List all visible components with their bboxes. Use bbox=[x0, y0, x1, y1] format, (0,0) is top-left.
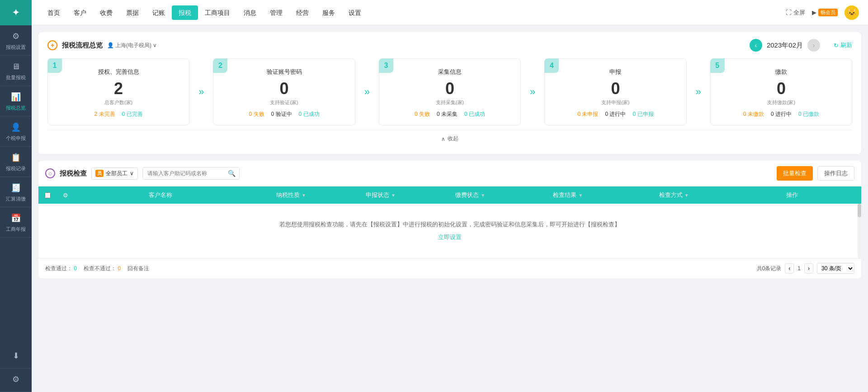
check-title-icon: ○ bbox=[45, 168, 55, 178]
refresh-btn[interactable]: ↻ 刷新 bbox=[834, 41, 852, 49]
th-checkbox[interactable] bbox=[38, 186, 57, 204]
th-check-method[interactable]: 检查方式 ▼ bbox=[621, 186, 727, 204]
step-subtitle-4: 支持申报(家) bbox=[552, 99, 679, 106]
prev-page-btn[interactable]: ‹ bbox=[785, 263, 794, 273]
sidebar-item-gongshang[interactable]: 📅 工商年报 bbox=[0, 207, 32, 238]
check-pass-label: 检查通过： 0 bbox=[45, 265, 77, 272]
select-all-checkbox[interactable] bbox=[45, 192, 51, 198]
nav-invoice[interactable]: 票据 bbox=[119, 0, 146, 25]
search-input[interactable] bbox=[143, 168, 224, 179]
step-title-1: 授权、完善信息 bbox=[55, 68, 182, 76]
nav-manage[interactable]: 管理 bbox=[263, 0, 289, 25]
search-wrap: 🔍 bbox=[142, 167, 240, 180]
th-tax-type[interactable]: 纳税性质 ▼ bbox=[246, 186, 336, 204]
month-nav: ‹ 2023年02月 › bbox=[750, 39, 820, 52]
vip-btn[interactable]: ▶ 畅会员 bbox=[812, 9, 838, 16]
fullscreen-icon: ⛶ bbox=[786, 9, 792, 16]
th-pay-status[interactable]: 缴费状态 ▼ bbox=[425, 186, 515, 204]
step-subtitle-3: 支持采集(家) bbox=[386, 99, 514, 106]
nav-operation[interactable]: 经营 bbox=[289, 0, 316, 25]
overview-icon: 📊 bbox=[9, 91, 22, 103]
top-nav: 首页 客户 收费 票据 记账 报税 工商项目 消息 管理 经营 服务 设置 ⛶ … bbox=[32, 0, 868, 25]
step-arrow-4: » bbox=[693, 58, 703, 125]
sidebar-item-piliang[interactable]: 🖥 批量报税 bbox=[0, 56, 32, 86]
step4-stat-fail[interactable]: 0 未申报 bbox=[577, 110, 598, 118]
step3-stat-success[interactable]: 0 已成功 bbox=[464, 110, 485, 118]
sidebar-item-jilu[interactable]: 📋 报税记录 bbox=[0, 147, 32, 177]
fullscreen-btn[interactable]: ⛶ 全屏 bbox=[786, 9, 805, 17]
nav-message[interactable]: 消息 bbox=[237, 0, 263, 25]
step-count-4: 0 bbox=[552, 81, 679, 97]
search-button[interactable]: 🔍 bbox=[224, 167, 239, 179]
process-location[interactable]: 👤 上海(电子税局) ∨ bbox=[107, 42, 157, 49]
prev-month-btn[interactable]: ‹ bbox=[750, 39, 762, 52]
th-declare-status[interactable]: 申报状态 ▼ bbox=[336, 186, 425, 204]
step2-stat-neutral[interactable]: 0 验证中 bbox=[271, 110, 292, 118]
sidebar-item-download[interactable]: ⬇ bbox=[0, 345, 32, 368]
step2-stat-success[interactable]: 0 已成功 bbox=[299, 110, 320, 118]
check-pass-value[interactable]: 0 bbox=[74, 265, 77, 272]
app-logo: ✦ bbox=[0, 0, 32, 25]
batch-icon: 🖥 bbox=[9, 60, 22, 73]
step1-stat-success[interactable]: 0 已完善 bbox=[122, 110, 143, 118]
step5-stat-success[interactable]: 0 已缴款 bbox=[798, 110, 819, 118]
sidebar-item-settings-bottom[interactable]: ⚙ bbox=[0, 368, 32, 392]
operation-log-button[interactable]: 操作日志 bbox=[817, 166, 854, 181]
collapse-btn[interactable]: ∧ 收起 bbox=[441, 135, 458, 143]
nav-service[interactable]: 服务 bbox=[316, 0, 342, 25]
nav-accounting[interactable]: 记账 bbox=[146, 0, 172, 25]
th-check-result[interactable]: 检查结果 ▼ bbox=[515, 186, 621, 204]
step4-stat-success[interactable]: 0 已申报 bbox=[632, 110, 653, 118]
step4-stat-neutral[interactable]: 0 进行中 bbox=[605, 110, 626, 118]
next-month-btn[interactable]: › bbox=[807, 39, 820, 52]
employee-icon: 员 bbox=[95, 170, 104, 177]
sidebar-item-huisuan[interactable]: 🧾 汇算清缴 bbox=[0, 177, 32, 207]
month-label: 2023年02月 bbox=[767, 41, 803, 50]
process-title: 报税流程总览 bbox=[62, 41, 103, 50]
th-gear[interactable]: ⚙ bbox=[57, 186, 75, 204]
tax-check-card: ○ 报税检查 员 全部员工 ∨ 🔍 批量检查 操作日志 bbox=[38, 161, 861, 278]
empty-message: 若您想使用报税检查功能，请先在【报税设置】中进行报税的初始化设置，完成密码验证和… bbox=[279, 220, 620, 229]
step-title-3: 采集信息 bbox=[386, 68, 514, 76]
nav-tax[interactable]: 报税 bbox=[172, 5, 198, 20]
step3-stat-neutral[interactable]: 0 未采集 bbox=[437, 110, 458, 118]
step1-stat-fail[interactable]: 2 未完善 bbox=[94, 110, 115, 118]
setup-link[interactable]: 立即设置 bbox=[438, 233, 462, 241]
step-count-2: 0 bbox=[220, 81, 348, 97]
nav-fees[interactable]: 收费 bbox=[93, 0, 119, 25]
check-title: 报税检查 bbox=[60, 169, 87, 178]
avatar[interactable]: 🐱 bbox=[844, 5, 859, 20]
sidebar-item-geshuishenbao[interactable]: 👤 个税申报 bbox=[0, 116, 32, 147]
check-header: ○ 报税检查 员 全部员工 ∨ 🔍 批量检查 操作日志 bbox=[38, 161, 861, 186]
location-icon: 👤 bbox=[107, 42, 114, 48]
next-page-btn[interactable]: › bbox=[804, 263, 813, 273]
step5-stat-fail[interactable]: 0 未缴款 bbox=[743, 110, 764, 118]
step-number-3: 3 bbox=[379, 58, 393, 73]
th-action: 操作 bbox=[727, 186, 858, 204]
download-icon: ⬇ bbox=[9, 349, 22, 362]
step-card-1: 1 授权、完善信息 2 总客户数(家) 2 未完善 0 已完善 bbox=[47, 58, 189, 125]
step3-stat-fail[interactable]: 0 失败 bbox=[415, 110, 430, 118]
check-fail-value[interactable]: 0 bbox=[118, 265, 121, 272]
employee-filter[interactable]: 员 全部员工 ∨ bbox=[91, 167, 138, 180]
nav-right: ⛶ 全屏 ▶ 畅会员 🐱 bbox=[786, 5, 859, 20]
nav-settings[interactable]: 设置 bbox=[342, 0, 368, 25]
step-stats-3: 0 失败 0 未采集 0 已成功 bbox=[386, 110, 514, 118]
step-arrow-1: » bbox=[196, 58, 206, 125]
nav-industrial[interactable]: 工商项目 bbox=[198, 0, 237, 25]
step-number-1: 1 bbox=[47, 58, 62, 73]
step-title-2: 验证账号密码 bbox=[220, 68, 348, 76]
nav-customer[interactable]: 客户 bbox=[67, 0, 93, 25]
scroll-thumb[interactable] bbox=[858, 204, 861, 217]
scrollbar[interactable] bbox=[858, 204, 861, 258]
nav-home[interactable]: 首页 bbox=[41, 0, 67, 25]
step-subtitle-1: 总客户数(家) bbox=[55, 99, 182, 106]
step2-stat-fail[interactable]: 0 失败 bbox=[249, 110, 264, 118]
process-header: + 报税流程总览 👤 上海(电子税局) ∨ ‹ 2023年02月 › ↻ 刷新 bbox=[47, 39, 852, 52]
total-records: 共0条记录 bbox=[757, 265, 782, 272]
sidebar-item-zonlan[interactable]: 📊 报税总览 bbox=[0, 86, 32, 116]
batch-check-button[interactable]: 批量检查 bbox=[777, 166, 813, 181]
per-page-select[interactable]: 30 条/页50 条/页100 条/页 bbox=[817, 263, 854, 274]
sidebar-item-baoshuishezhi[interactable]: ⚙ 报税设置 bbox=[0, 25, 32, 56]
step5-stat-neutral[interactable]: 0 进行中 bbox=[771, 110, 792, 118]
